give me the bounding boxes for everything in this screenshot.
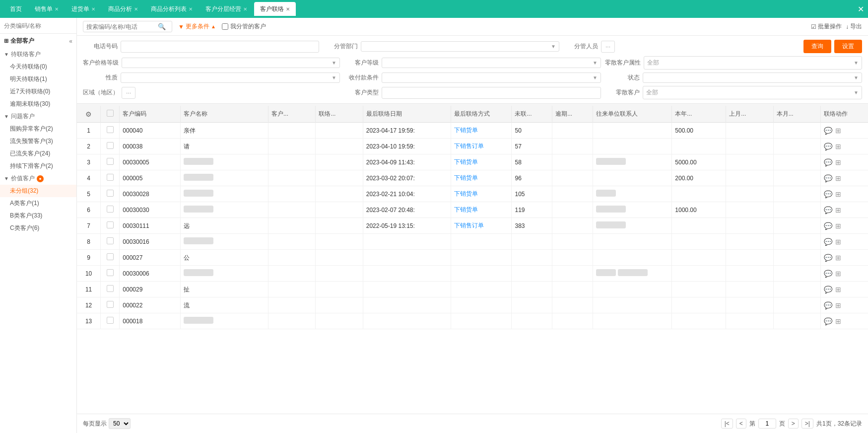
tab-customer-tier[interactable]: 客户分层经营 ✕ (200, 2, 253, 16)
filter-select-dept[interactable]: ▼ (361, 41, 559, 52)
grid-action-icon[interactable]: ⊞ (835, 238, 841, 246)
tab-purchase-order[interactable]: 进货单 ✕ (66, 2, 101, 16)
close-sales-order-icon[interactable]: ✕ (55, 6, 59, 12)
last-way-link[interactable]: 下销货单 (454, 174, 478, 181)
sidebar-item-class-a[interactable]: A类客户(1) (0, 197, 76, 210)
sidebar-collapse-btn[interactable]: « (69, 38, 72, 45)
page-input[interactable] (758, 419, 776, 429)
tab-product-analysis[interactable]: 商品分析 ✕ (102, 2, 144, 16)
row-checkbox[interactable] (107, 269, 114, 276)
more-conditions-btn[interactable]: ▼ 更多条件 ▲ (178, 22, 216, 31)
filter-select-status[interactable]: ▼ (643, 72, 862, 83)
grid-action-icon[interactable]: ⊞ (835, 206, 841, 214)
chat-action-icon[interactable]: 💬 (824, 158, 832, 166)
row-checkbox[interactable] (107, 285, 114, 292)
last-page-btn[interactable]: >| (801, 419, 813, 429)
sidebar-group-value[interactable]: ▼ 价值客户 ● (0, 172, 76, 185)
close-customer-contact-icon[interactable]: ✕ (286, 6, 290, 12)
my-customers-checkbox[interactable] (222, 23, 228, 30)
last-way-link[interactable]: 下销货单 (454, 206, 478, 213)
row-checkbox[interactable] (107, 206, 114, 213)
sidebar-item-today-pending[interactable]: 今天待联络(0) (0, 61, 76, 73)
tab-customer-contact[interactable]: 客户联络 ✕ (254, 2, 296, 16)
batch-operations-btn[interactable]: ☑ 批量操作 (811, 22, 842, 31)
close-product-list-icon[interactable]: ✕ (189, 6, 193, 12)
grid-action-icon[interactable]: ⊞ (835, 301, 841, 309)
filter-dots-region[interactable]: ··· (122, 87, 135, 99)
sidebar-item-class-b[interactable]: B类客户(33) (0, 210, 76, 222)
chat-action-icon[interactable]: 💬 (824, 254, 832, 262)
header-checkbox[interactable] (107, 110, 114, 117)
close-purchase-order-icon[interactable]: ✕ (91, 6, 95, 12)
sidebar-item-churn-warning[interactable]: 流失预警客户(3) (0, 135, 76, 147)
row-checkbox[interactable] (107, 190, 114, 197)
row-checkbox[interactable] (107, 174, 114, 181)
row-checkbox[interactable] (107, 221, 114, 228)
per-page-select[interactable]: 50 (109, 418, 131, 429)
filter-dots-manager[interactable]: ··· (601, 41, 615, 53)
last-way-link[interactable]: 下销售订单 (454, 143, 484, 149)
close-customer-tier-icon[interactable]: ✕ (243, 6, 247, 12)
grid-action-icon[interactable]: ⊞ (835, 127, 841, 135)
grid-action-icon[interactable]: ⊞ (835, 222, 841, 230)
last-way-link[interactable]: 下销货单 (454, 127, 478, 134)
last-way-link[interactable]: 下销售订单 (454, 222, 484, 229)
sidebar-search-input[interactable] (4, 22, 77, 29)
sidebar-item-churned[interactable]: 已流失客户(24) (0, 147, 76, 160)
sidebar-item-declining[interactable]: 持续下滑客户(2) (0, 160, 76, 172)
last-way-link[interactable]: 下销货单 (454, 158, 478, 165)
sidebar-item-tomorrow-pending[interactable]: 明天待联络(1) (0, 73, 76, 85)
row-checkbox[interactable] (107, 301, 114, 308)
chat-action-icon[interactable]: 💬 (824, 286, 832, 293)
close-product-analysis-icon[interactable]: ✕ (134, 6, 138, 12)
sidebar-item-ungroup[interactable]: 未分组(32) (0, 185, 76, 197)
nav-home[interactable]: 首页 (4, 5, 28, 13)
next-page-btn[interactable]: > (788, 419, 799, 429)
row-checkbox[interactable] (107, 253, 114, 260)
sidebar-group-problem[interactable]: ▼ 问题客户 (0, 110, 76, 123)
filter-select-payment[interactable]: ▼ (382, 72, 601, 83)
sidebar-item-class-c[interactable]: C类客户(6) (0, 222, 76, 234)
filter-select-price-level[interactable]: ▼ (122, 58, 340, 68)
grid-action-icon[interactable]: ⊞ (835, 254, 841, 262)
chat-action-icon[interactable]: 💬 (824, 127, 832, 135)
row-checkbox[interactable] (107, 142, 114, 149)
row-checkbox[interactable] (107, 158, 114, 165)
tab-product-analysis-list[interactable]: 商品分析列表 ✕ (145, 2, 199, 16)
filter-select-zero-attr[interactable]: 全部 ▼ (644, 56, 862, 70)
chat-action-icon[interactable]: 💬 (824, 190, 832, 198)
sidebar-all-customers[interactable]: ⊞ 全部客户 « (0, 34, 76, 48)
grid-action-icon[interactable]: ⊞ (835, 174, 841, 182)
chat-action-icon[interactable]: 💬 (824, 270, 832, 278)
sidebar-item-overdue-pending[interactable]: 逾期未联络(30) (0, 98, 76, 110)
chat-action-icon[interactable]: 💬 (824, 206, 832, 214)
filter-select-nature[interactable]: ▼ (121, 72, 340, 83)
grid-action-icon[interactable]: ⊞ (835, 270, 841, 278)
prev-page-btn[interactable]: < (736, 419, 746, 429)
grid-action-icon[interactable]: ⊞ (835, 286, 841, 293)
row-checkbox[interactable] (107, 126, 114, 133)
chat-action-icon[interactable]: 💬 (824, 238, 832, 246)
filter-select-customer-level[interactable]: ▼ (382, 58, 601, 68)
tab-sales-order[interactable]: 销售单 ✕ (29, 2, 65, 16)
first-page-btn[interactable]: |< (721, 419, 733, 429)
filter-search-icon[interactable]: 🔍 (158, 23, 166, 30)
window-close-icon[interactable]: ✕ (858, 4, 864, 14)
filter-input-phone[interactable] (121, 41, 319, 53)
filter-select-zero-cust[interactable]: 全部 ▼ (643, 86, 862, 99)
query-button[interactable]: 查询 (803, 40, 831, 53)
chat-action-icon[interactable]: 💬 (824, 301, 832, 309)
export-btn[interactable]: ↓ 导出 (846, 22, 862, 31)
row-checkbox[interactable] (107, 317, 114, 324)
settings-icon[interactable]: ⚙ (85, 110, 92, 118)
grid-action-icon[interactable]: ⊞ (835, 190, 841, 198)
chat-action-icon[interactable]: 💬 (824, 174, 832, 182)
sidebar-group-pending[interactable]: ▼ 待联络客户 (0, 48, 76, 61)
chat-action-icon[interactable]: 💬 (824, 222, 832, 230)
sidebar-item-abnormal-stockpile[interactable]: 囤购异常客户(2) (0, 123, 76, 135)
last-way-link[interactable]: 下销货单 (454, 190, 478, 197)
chat-action-icon[interactable]: 💬 (824, 317, 832, 325)
reset-button[interactable]: 设置 (834, 40, 862, 53)
grid-action-icon[interactable]: ⊞ (835, 158, 841, 166)
sidebar-item-7days-pending[interactable]: 近7天待联络(0) (0, 85, 76, 98)
